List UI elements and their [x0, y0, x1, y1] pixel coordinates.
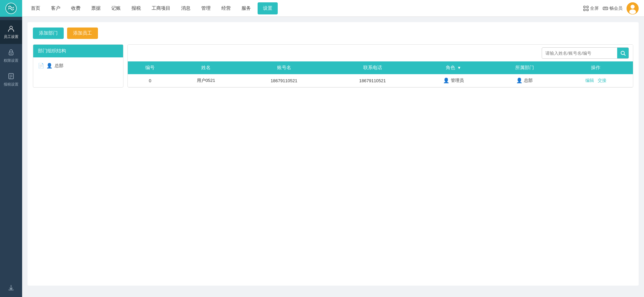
- table-header-row: 编号 姓名 账号名 联系电话 角色 ▼ 所属部门 操作: [128, 61, 633, 74]
- cell-account: 18679110521: [240, 74, 328, 87]
- nav-service[interactable]: 服务: [236, 0, 256, 17]
- sidebar-label-permission: 权限设置: [4, 58, 18, 63]
- nav-home[interactable]: 首页: [25, 0, 46, 17]
- download-icon: [7, 284, 15, 292]
- nav-message[interactable]: 消息: [176, 0, 196, 17]
- nav-settings[interactable]: 设置: [258, 2, 278, 14]
- nav-tax[interactable]: 报税: [126, 0, 146, 17]
- svg-point-11: [11, 53, 12, 54]
- dept-user-icon: 👤: [46, 63, 53, 69]
- nav-manage[interactable]: 管理: [196, 0, 216, 17]
- cell-action: 编辑 交接: [559, 74, 633, 87]
- dept-tree: 部门组织结构 📄 👤 总部: [33, 44, 123, 88]
- nav-customer[interactable]: 客户: [46, 0, 66, 17]
- nav-accounting[interactable]: 记账: [106, 0, 126, 17]
- vip-label: 畅会员: [609, 5, 623, 11]
- sidebar-item-employee[interactable]: 员工设置: [0, 20, 22, 44]
- nav-business[interactable]: 工商项目: [146, 0, 176, 17]
- add-dept-button[interactable]: 添加部门: [33, 28, 64, 39]
- nav-invoice[interactable]: 票据: [86, 0, 106, 17]
- col-role[interactable]: 角色 ▼: [417, 61, 490, 74]
- col-name: 姓名: [172, 61, 240, 74]
- dept-file-icon: 📄: [38, 63, 44, 69]
- filter-icon[interactable]: ▼: [457, 65, 461, 70]
- content-card: 添加部门 添加员工 部门组织结构 📄 👤 总部: [28, 22, 639, 286]
- dept-label: 总部: [55, 63, 63, 69]
- transfer-link[interactable]: 交接: [598, 78, 606, 83]
- col-id: 编号: [128, 61, 172, 74]
- add-employee-button[interactable]: 添加员工: [67, 28, 98, 39]
- toolbar: 添加部门 添加员工: [33, 28, 633, 39]
- fullscreen-button[interactable]: 全屏: [583, 5, 599, 11]
- svg-rect-3: [584, 9, 585, 11]
- svg-line-17: [624, 54, 625, 55]
- nav-operation[interactable]: 经营: [216, 0, 236, 17]
- role-user-icon: 👤: [443, 78, 449, 84]
- sidebar-item-download[interactable]: [0, 280, 22, 297]
- top-nav: 首页 客户 收费 票据 记账 报税 工商项目 消息 管理 经营 服务 设置 全屏: [0, 0, 644, 17]
- search-button[interactable]: [617, 48, 629, 58]
- svg-point-7: [631, 5, 635, 9]
- search-bar: [128, 45, 633, 61]
- cell-name: 用户0521: [172, 74, 240, 87]
- sidebar: 员工设置 权限设置 报税设置: [0, 17, 22, 297]
- table-row: 0 用户0521 18679110521 18679110521 👤 管理员: [128, 74, 633, 87]
- fullscreen-label: 全屏: [590, 5, 599, 11]
- nav-items: 首页 客户 收费 票据 记账 报税 工商项目 消息 管理 经营 服务 设置: [22, 0, 583, 17]
- svg-rect-12: [9, 73, 13, 79]
- sidebar-item-permission[interactable]: 权限设置: [0, 44, 22, 68]
- nav-billing[interactable]: 收费: [66, 0, 86, 17]
- data-table: 编号 姓名 账号名 联系电话 角色 ▼ 所属部门 操作: [128, 61, 633, 87]
- sidebar-label-tax: 报税设置: [4, 82, 18, 87]
- svg-rect-1: [584, 6, 585, 8]
- sidebar-item-tax[interactable]: 报税设置: [0, 68, 22, 92]
- lock-settings-icon: [7, 49, 15, 56]
- main-content: 添加部门 添加员工 部门组织结构 📄 👤 总部: [22, 17, 644, 297]
- search-input[interactable]: [542, 49, 617, 58]
- col-account: 账号名: [240, 61, 328, 74]
- svg-rect-4: [587, 9, 588, 11]
- col-dept: 所属部门: [490, 61, 559, 74]
- cell-id: 0: [128, 74, 172, 87]
- col-phone: 联系电话: [328, 61, 417, 74]
- content-split: 部门组织结构 📄 👤 总部: [33, 44, 633, 88]
- svg-rect-2: [587, 6, 588, 8]
- cell-dept: 👤 总部: [490, 74, 559, 87]
- edit-link[interactable]: 编辑: [585, 78, 594, 83]
- svg-point-8: [629, 9, 636, 14]
- cell-role: 👤 管理员: [417, 74, 490, 87]
- logo[interactable]: [0, 0, 22, 17]
- dept-tree-item[interactable]: 📄 👤 总部: [36, 60, 120, 71]
- col-action: 操作: [559, 61, 633, 74]
- person-settings-icon: [7, 25, 15, 32]
- cell-phone: 18679110521: [328, 74, 417, 87]
- nav-right: 全屏 畅会员: [583, 2, 644, 14]
- dept-tree-body: 📄 👤 总部: [33, 57, 123, 74]
- layout: 员工设置 权限设置 报税设置: [0, 17, 644, 297]
- svg-point-0: [6, 3, 16, 14]
- dept-user-icon-cell: 👤: [516, 78, 523, 84]
- table-section: 编号 姓名 账号名 联系电话 角色 ▼ 所属部门 操作: [127, 44, 633, 88]
- sidebar-label-employee: 员工设置: [4, 34, 18, 39]
- svg-point-9: [10, 26, 12, 29]
- tax-settings-icon: [7, 72, 15, 80]
- search-input-wrap: [542, 47, 629, 59]
- avatar[interactable]: [627, 2, 639, 14]
- vip-button[interactable]: 畅会员: [603, 5, 623, 11]
- dept-tree-header: 部门组织结构: [33, 45, 123, 57]
